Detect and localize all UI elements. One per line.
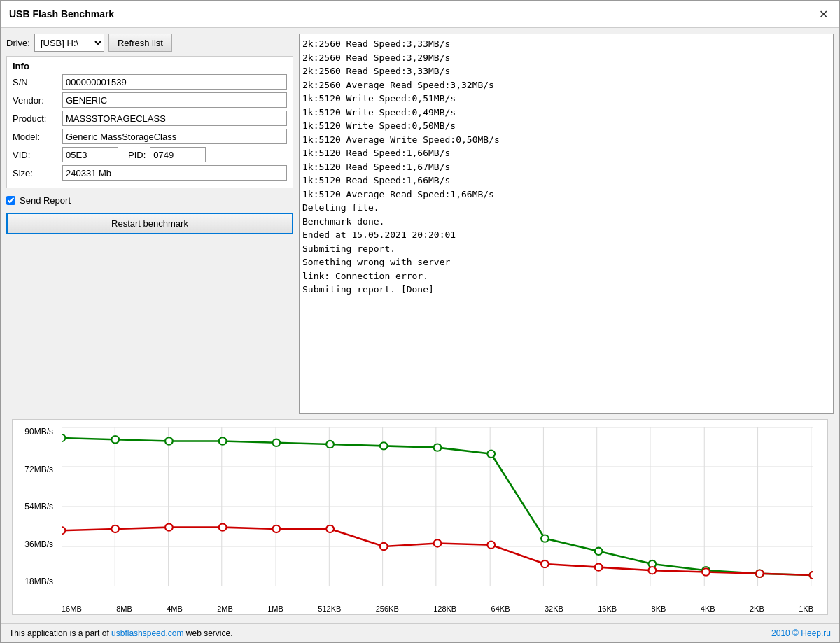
vid-label: VID: <box>13 150 58 160</box>
vendor-row: Vendor: <box>13 92 287 108</box>
green-data-point <box>595 548 603 555</box>
model-label: Model: <box>13 132 58 142</box>
x-label-0: 16MB <box>62 605 82 613</box>
vid-input[interactable] <box>62 147 118 162</box>
size-label: Size: <box>13 168 58 178</box>
vendor-input[interactable] <box>62 92 287 108</box>
vendor-label: Vendor: <box>13 95 58 106</box>
log-line: 1k:5120 Write Speed:0,50MB/s <box>302 119 830 133</box>
log-line: 1k:5120 Read Speed:1,66MB/s <box>302 174 830 188</box>
drive-label: Drive: <box>6 38 30 48</box>
log-line: Benchmark done. <box>302 215 830 229</box>
green-data-point <box>487 451 495 458</box>
log-line: Ended at 15.05.2021 20:20:01 <box>302 228 830 242</box>
size-row: Size: <box>13 165 287 181</box>
x-label-3: 2MB <box>217 605 233 613</box>
sn-input[interactable] <box>62 74 287 90</box>
benchmark-chart <box>62 427 813 586</box>
y-label-4: 18MB/s <box>14 577 57 586</box>
x-label-8: 64KB <box>491 605 510 613</box>
red-data-point <box>434 539 442 546</box>
red-data-point <box>595 563 603 570</box>
log-line: Something wrong with server <box>302 255 830 269</box>
log-line: 1k:5120 Read Speed:1,67MB/s <box>302 160 830 174</box>
model-input[interactable] <box>62 129 287 144</box>
x-label-5: 512KB <box>318 605 341 613</box>
log-line: 2k:2560 Read Speed:3,33MB/s <box>302 37 830 51</box>
product-input[interactable] <box>62 111 287 126</box>
red-data-point <box>380 543 388 550</box>
red-data-point <box>541 560 549 567</box>
x-label-13: 2KB <box>750 605 764 613</box>
red-data-point <box>487 542 495 549</box>
y-label-3: 36MB/s <box>14 539 57 549</box>
title-bar: USB Flash Benchmark ✕ <box>1 1 839 28</box>
chart-container: 90MB/s 72MB/s 54MB/s 36MB/s 18MB/s <box>1 419 839 623</box>
send-report-checkbox[interactable] <box>6 196 15 205</box>
log-area[interactable]: 2k:2560 Read Speed:3,33MB/s2k:2560 Read … <box>299 34 834 414</box>
red-data-point <box>648 567 656 574</box>
drive-row: Drive: [USB] H:\ Refresh list <box>6 34 293 52</box>
red-data-point <box>326 525 334 532</box>
log-line: Deleting file. <box>302 201 830 215</box>
log-line: link: Connection error. <box>302 269 830 283</box>
send-report-row: Send Report <box>6 195 293 206</box>
red-data-point <box>165 523 173 530</box>
green-data-point <box>380 442 388 449</box>
log-line: Submiting report. <box>302 242 830 256</box>
x-label-2: 4MB <box>167 605 183 613</box>
window-title: USB Flash Benchmark <box>9 8 114 20</box>
y-label-2: 54MB/s <box>14 502 57 511</box>
x-label-11: 8KB <box>652 605 666 613</box>
website-link[interactable]: usbflashspeed.com <box>111 628 183 638</box>
log-line: 2k:2560 Read Speed:3,29MB/s <box>302 51 830 65</box>
log-line: 1k:5120 Write Speed:0,51MB/s <box>302 92 830 106</box>
pid-input[interactable] <box>150 147 206 162</box>
info-group-title: Info <box>13 61 287 71</box>
x-label-10: 16KB <box>598 605 617 613</box>
sn-row: S/N <box>13 74 287 90</box>
bottom-text: This application is a part of usbflashsp… <box>9 628 233 638</box>
red-data-point <box>62 527 65 534</box>
right-panel: 2k:2560 Read Speed:3,33MB/s2k:2560 Read … <box>299 34 834 414</box>
log-line: 2k:2560 Read Speed:3,33MB/s <box>302 64 830 78</box>
copyright: 2010 © Heep.ru <box>771 628 831 638</box>
restart-benchmark-button[interactable]: Restart benchmark <box>6 213 293 234</box>
info-group: Info S/N Vendor: Product: Model: <box>6 56 293 188</box>
y-label-1: 72MB/s <box>14 465 57 474</box>
x-label-1: 8MB <box>116 605 132 613</box>
log-line: 1k:5120 Average Write Speed:0,50MB/s <box>302 133 830 147</box>
red-data-point <box>810 572 813 579</box>
log-line: Submiting report. [Done] <box>302 283 830 297</box>
model-row: Model: <box>13 129 287 144</box>
log-line: 1k:5120 Average Read Speed:1,66MB/s <box>302 188 830 202</box>
log-line: 1k:5120 Read Speed:1,66MB/s <box>302 146 830 160</box>
green-data-point <box>434 444 442 451</box>
x-label-4: 1MB <box>267 605 284 613</box>
x-label-6: 256KB <box>376 605 399 613</box>
x-label-14: 1KB <box>799 605 813 613</box>
green-data-point <box>541 535 549 542</box>
pid-label: PID: <box>128 150 146 160</box>
product-row: Product: <box>13 111 287 126</box>
close-button[interactable]: ✕ <box>816 6 831 22</box>
x-label-12: 4KB <box>701 605 715 613</box>
green-data-point <box>326 441 334 448</box>
green-data-point <box>165 437 173 444</box>
size-input[interactable] <box>62 165 287 181</box>
drive-select[interactable]: [USB] H:\ <box>34 34 104 52</box>
green-data-point <box>219 437 227 444</box>
green-data-point <box>111 436 119 443</box>
left-panel: Drive: [USB] H:\ Refresh list Info S/N V… <box>6 34 293 414</box>
log-line: 1k:5120 Write Speed:0,49MB/s <box>302 106 830 120</box>
main-content: Drive: [USB] H:\ Refresh list Info S/N V… <box>1 28 839 419</box>
red-data-point <box>756 570 764 577</box>
y-label-0: 90MB/s <box>14 427 57 437</box>
sn-label: S/N <box>13 77 58 87</box>
refresh-list-button[interactable]: Refresh list <box>108 34 172 52</box>
vid-pid-row: VID: PID: <box>13 147 287 162</box>
send-report-label[interactable]: Send Report <box>20 195 71 206</box>
red-data-point <box>111 525 119 532</box>
green-data-point <box>272 439 280 446</box>
product-label: Product: <box>13 113 58 124</box>
